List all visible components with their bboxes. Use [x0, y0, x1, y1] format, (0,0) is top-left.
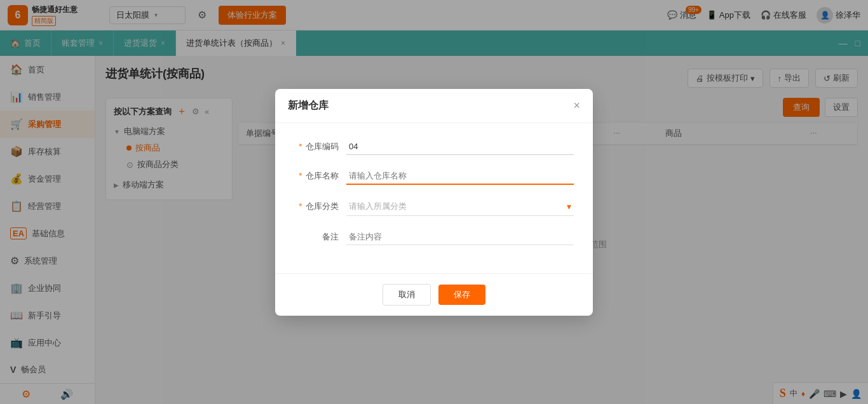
category-placeholder: 请输入所属分类 — [349, 201, 407, 212]
warehouse-name-label: * 仓库名称 — [294, 170, 339, 182]
warehouse-code-label: * 仓库编码 — [294, 141, 339, 152]
modal-overlay: 新增仓库 × * 仓库编码 * 仓库名称 * 仓库分 — [0, 0, 868, 404]
modal-close-icon[interactable]: × — [573, 99, 580, 112]
warehouse-category-select[interactable]: 请输入所属分类 ▾ — [346, 198, 574, 216]
warehouse-note-input[interactable] — [346, 229, 574, 245]
warehouse-category-row: * 仓库分类 请输入所属分类 ▾ — [294, 198, 574, 216]
warehouse-code-input[interactable] — [346, 138, 574, 155]
warehouse-name-input[interactable] — [346, 168, 574, 185]
category-dropdown-icon: ▾ — [567, 201, 571, 212]
warehouse-note-row: 备注 — [294, 229, 574, 245]
warehouse-code-row: * 仓库编码 — [294, 138, 574, 155]
modal-footer: 取消 保存 — [275, 273, 593, 316]
modal-header: 新增仓库 × — [275, 89, 593, 123]
warehouse-category-label: * 仓库分类 — [294, 201, 339, 212]
required-star-2: * — [299, 171, 302, 180]
modal-body: * 仓库编码 * 仓库名称 * 仓库分类 请输入所属分类 ▾ — [275, 123, 593, 273]
modal-title: 新增仓库 — [288, 99, 329, 112]
required-star-1: * — [299, 142, 302, 151]
warehouse-note-label: 备注 — [294, 231, 339, 243]
save-button[interactable]: 保存 — [438, 285, 485, 305]
new-warehouse-modal: 新增仓库 × * 仓库编码 * 仓库名称 * 仓库分 — [275, 89, 593, 316]
warehouse-name-row: * 仓库名称 — [294, 168, 574, 185]
required-star-3: * — [299, 201, 302, 211]
cancel-button[interactable]: 取消 — [383, 284, 431, 306]
